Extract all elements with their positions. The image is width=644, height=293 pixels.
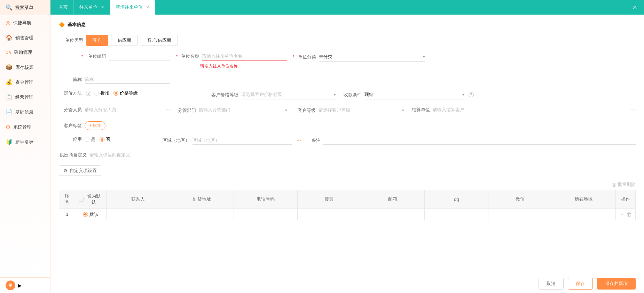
payment-terms-label: 收款条件 [341, 92, 362, 98]
sidebar-item-guide[interactable]: 🔰 新手引导 [0, 135, 50, 149]
remark-group: 备注 [307, 136, 636, 145]
contacts-table-section: 🗑 批量删除 序号 设为默认 联系人 到货 [59, 181, 636, 220]
department-placeholder: 请输入分管部门 [199, 107, 284, 113]
unit-type-buttons: 客户 供应商 客户/供应商 [86, 35, 178, 46]
custom-settings-button[interactable]: ⚙ 自定义项设置 [59, 165, 101, 176]
settlement-unit-picker[interactable]: ··· [631, 107, 636, 113]
region-input[interactable] [193, 136, 292, 145]
remark-input[interactable] [323, 136, 636, 145]
wechat-input[interactable] [492, 212, 548, 217]
col-address: 到货地址 [170, 190, 234, 209]
pricing-radio-price-level[interactable]: 价格等级 [113, 90, 138, 96]
phone-input[interactable] [237, 212, 294, 217]
supervisor-row: 分管人员 ··· 分管部门 请输入分管部门 ▾ 客户等级 请选择客户等级 ▾ 结… [59, 106, 636, 115]
settlement-unit-input[interactable] [433, 106, 627, 114]
department-select[interactable]: 请输入分管部门 ▾ [199, 106, 287, 115]
dept-chevron: ▾ [285, 108, 287, 113]
type-btn-customer[interactable]: 客户 [86, 35, 108, 46]
tab-partner[interactable]: 往来单位 ✕ [74, 0, 110, 15]
cell-email[interactable] [361, 209, 425, 220]
customer-level-label: 客户等级 [293, 107, 316, 114]
table-row: 1 默认 [59, 209, 636, 220]
cell-contact[interactable] [106, 209, 170, 220]
sidebar-guide-label: 新手引导 [15, 139, 33, 145]
tab-home-label: 首页 [59, 4, 68, 10]
fax-input[interactable] [301, 212, 358, 217]
row-region-input[interactable] [556, 212, 612, 217]
sidebar-item-operation[interactable]: 📋 经营管理 [0, 90, 50, 105]
category-select[interactable]: 未分类 ▾ [319, 52, 425, 62]
radio-outer-price-level [113, 91, 118, 96]
radio-outer-discount [94, 91, 99, 96]
cell-no: 1 [59, 209, 75, 220]
default-radio[interactable]: 默认 [83, 211, 99, 218]
batch-delete-button[interactable]: 🗑 批量删除 [612, 181, 636, 188]
sidebar-item-quick-nav[interactable]: ◎ 快捷导航 [0, 15, 50, 30]
sidebar-item-system[interactable]: ⚙ 系统管理 [0, 120, 50, 135]
custom-settings-label: 自定义项设置 [70, 168, 97, 174]
settlement-unit-label: 结算单位 [410, 107, 430, 113]
window-close-button[interactable]: ✕ [628, 4, 641, 11]
cell-wechat[interactable] [488, 209, 552, 220]
type-btn-both[interactable]: 客户/供应商 [141, 35, 178, 46]
qq-input[interactable] [428, 212, 485, 217]
disable-no-label: 否 [106, 136, 110, 143]
tags-row: 客户标签 + 标签 [59, 121, 636, 130]
disable-radio-yes[interactable]: 是 [85, 136, 95, 143]
supervisor-picker[interactable]: ··· [166, 107, 170, 113]
address-input[interactable] [174, 212, 230, 217]
sidebar-item-finance[interactable]: 💰 资金管理 [0, 75, 50, 90]
name-label: 单位名称 [179, 53, 199, 59]
supervisor-input[interactable] [85, 106, 162, 114]
region-group: 区域（地区） ··· [162, 136, 301, 145]
cell-default: 默认 [75, 209, 106, 220]
save-button[interactable]: 保存 [568, 278, 593, 290]
pricing-row: 定价方法 ? 折扣 价格等级 客户价格等级 [59, 90, 636, 99]
settlement-unit-group: 结算单位 ··· [410, 106, 636, 114]
short-name-label: 简称 [59, 76, 82, 83]
cell-region[interactable] [552, 209, 616, 220]
supplier-custom-label: 供应商自定义 [59, 152, 87, 158]
add-tag-button[interactable]: + 标签 [85, 121, 105, 130]
supplier-custom-input[interactable] [89, 151, 205, 159]
tab-new-partner[interactable]: 新增往来单位 ✕ [110, 0, 155, 15]
sidebar-item-inventory[interactable]: 📦 库存核算 [0, 60, 50, 75]
pricing-help-icon[interactable]: ? [86, 91, 91, 96]
payment-terms-select[interactable]: 现结 ▾ [364, 90, 464, 99]
pricing-radio-discount[interactable]: 折扣 [94, 90, 109, 96]
contact-input[interactable] [110, 212, 166, 217]
cell-qq[interactable] [425, 209, 488, 220]
supplier-custom-row: 供应商自定义 [59, 151, 636, 159]
col-qq: qq [425, 190, 488, 209]
code-input[interactable]: 000009 [109, 52, 170, 60]
header-checkbox[interactable] [79, 197, 84, 202]
payment-terms-help-icon[interactable]: ? [469, 92, 474, 97]
sidebar-item-sales[interactable]: 🏠 销售管理 [0, 30, 50, 45]
customer-price-level-select[interactable]: 请选择客户价格等级 ▾ [241, 90, 336, 99]
disable-label: 停用 [59, 136, 82, 143]
name-input[interactable] [202, 52, 287, 60]
remark-label: 备注 [307, 137, 321, 144]
region-picker[interactable]: ··· [297, 137, 301, 144]
cell-fax[interactable] [297, 209, 361, 220]
save-new-button[interactable]: 保存并新增 [597, 278, 636, 290]
sidebar-item-purchase[interactable]: 🛍 采购管理 [0, 45, 50, 60]
cell-phone[interactable] [234, 209, 297, 220]
add-row-icon[interactable]: ＋ [619, 211, 625, 218]
short-name-group: 简称 [59, 75, 170, 84]
tab-new-partner-close[interactable]: ✕ [146, 5, 149, 10]
customer-level-select[interactable]: 请选择客户等级 ▾ [319, 106, 404, 115]
delete-row-icon[interactable]: 🗑 [627, 211, 632, 217]
sidebar-item-basic[interactable]: 📄 基础信息 [0, 105, 50, 120]
type-btn-supplier[interactable]: 供应商 [111, 35, 138, 46]
col-actions: 操作 [615, 190, 635, 209]
disable-radio-no[interactable]: 否 [100, 136, 110, 143]
cancel-button[interactable]: 取消 [539, 278, 564, 290]
tab-home[interactable]: 首页 [53, 0, 74, 15]
tab-partner-close[interactable]: ✕ [101, 5, 104, 10]
cell-address[interactable] [170, 209, 234, 220]
email-input[interactable] [364, 212, 421, 217]
short-name-input[interactable] [85, 75, 170, 84]
expand-icon[interactable]: ▶ [18, 283, 22, 288]
sidebar-item-search[interactable]: 🔍 搜索菜单 [0, 0, 50, 15]
